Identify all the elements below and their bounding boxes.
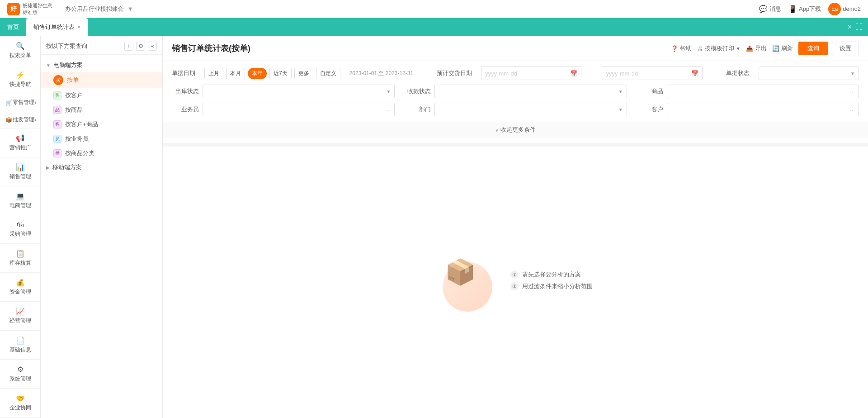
app-download-btn[interactable]: 📱 App下载 xyxy=(788,5,821,13)
query-button[interactable]: 查询 xyxy=(798,42,828,55)
sidebar-finance: 💰 资金管理 xyxy=(0,273,40,302)
search-icon: 🔍 xyxy=(16,42,25,50)
product-label: 商品 xyxy=(636,87,663,95)
scheme-icon-order: 按 xyxy=(53,75,63,85)
top-bar-left: 好 畅捷通好生意 标准版 办公用品行业模拟账套 ▼ xyxy=(7,2,133,15)
date-btn-more[interactable]: 更多 xyxy=(294,68,313,79)
sidebar-item-purchase[interactable]: 🛍 采购管理 xyxy=(0,215,40,243)
scheme-collapse-btn[interactable]: « xyxy=(148,42,157,51)
sidebar-item-marketing[interactable]: 📢 营销推广 xyxy=(0,128,40,157)
out-status-label: 出库状态 xyxy=(172,87,199,95)
date-range-text: 2023-01-01 至 2023-12-31 xyxy=(349,70,413,77)
sidebar-item-finance[interactable]: 💰 资金管理 xyxy=(0,273,40,301)
empty-tip-1: ① 请先选择要分析的方案 xyxy=(510,271,593,279)
department-dropdown[interactable]: ▼ xyxy=(434,103,627,116)
sidebar-item-retail[interactable]: 🛒 零售管理 ▾ xyxy=(0,94,40,111)
date-btn-lastmonth[interactable]: 上月 xyxy=(204,68,223,79)
scheme-item-by-product[interactable]: 品 按商品 xyxy=(41,103,162,117)
sidebar-marketing: 📢 营销推广 xyxy=(0,128,40,157)
sidebar-system: ⚙ 系统管理 xyxy=(0,360,40,389)
sidebar-item-sales[interactable]: 📊 销售管理 xyxy=(0,157,40,186)
sidebar-item-enterprise[interactable]: 🤝 企业协同 xyxy=(0,389,40,417)
print-btn[interactable]: 🖨 按模板打印 ▼ xyxy=(697,44,741,52)
sidebar-item-wholesale[interactable]: 📦 批发管理 ▴ xyxy=(0,111,40,128)
date-btn-custom[interactable]: 自定义 xyxy=(316,68,340,79)
tab-maximize-btn[interactable]: ⛶ xyxy=(855,23,863,31)
tab-minimize-btn[interactable]: × xyxy=(848,23,852,31)
sidebar-item-system[interactable]: ⚙ 系统管理 xyxy=(0,360,40,388)
retail-expand-icon: ▾ xyxy=(34,100,37,105)
scheme-icon-customer: 客 xyxy=(53,91,61,100)
tab-close-icon[interactable]: × xyxy=(77,24,80,30)
date-to-input[interactable]: yyyy-mm-dd 📅 xyxy=(602,66,702,80)
scheme-icon-salesperson: 员 xyxy=(53,135,61,143)
wholesale-expand-icon: ▴ xyxy=(34,117,37,122)
scheme-item-by-cust-prod[interactable]: 客 按客户+商品 xyxy=(41,117,162,132)
tip-num-1: ① xyxy=(510,271,519,279)
pc-scheme-group-title[interactable]: ▼ 电脑端方案 xyxy=(41,58,162,72)
print-dropdown-icon: ▼ xyxy=(736,46,741,51)
export-btn[interactable]: 📤 导出 xyxy=(746,44,767,52)
app-title: 办公用品行业模拟账套 ▼ xyxy=(65,5,133,13)
date-btn-7days[interactable]: 近7天 xyxy=(269,68,292,79)
pc-scheme-group: ▼ 电脑端方案 按 按单 客 按客户 xyxy=(41,58,162,161)
scheme-item-by-customer[interactable]: 客 按客户 xyxy=(41,88,162,103)
sidebar-item-quicknav[interactable]: ⚡ 快捷导航 xyxy=(0,65,40,94)
status-select[interactable]: ▼ xyxy=(759,66,859,80)
refresh-btn[interactable]: 🔄 刷新 xyxy=(772,44,793,52)
help-btn[interactable]: ❓ 帮助 xyxy=(671,44,692,52)
scheme-icon-custprod: 客 xyxy=(53,120,61,128)
filter-row-2: 出库状态 ▼ 收款状态 ▼ 商品 xyxy=(172,85,859,98)
message-btn[interactable]: 💬 消息 xyxy=(759,5,781,13)
add-scheme-btn[interactable]: + xyxy=(124,42,133,51)
customer-input[interactable]: ··· xyxy=(667,103,859,116)
enterprise-icon: 🤝 xyxy=(16,394,25,403)
filter-row-3: 业务员 ··· 部门 ▼ 客户 xyxy=(172,103,859,116)
salesperson-input[interactable]: ··· xyxy=(203,103,395,116)
salesperson-more-icon[interactable]: ··· xyxy=(386,106,391,113)
scheme-item-by-prodcat[interactable]: 类 按商品分类 xyxy=(41,146,162,161)
tab-sales-order-stat[interactable]: 销售订单统计表 × xyxy=(26,18,88,36)
department-arrow-icon: ▼ xyxy=(618,107,623,112)
sidebar-item-inventory[interactable]: 📋 库存核算 xyxy=(0,244,40,272)
sidebar: 🔍 搜索菜单 ⚡ 快捷导航 🛒 零售管理 ▾ 📦 批发管理 ▴ xyxy=(0,36,41,418)
mobile-scheme-arrow: ▶ xyxy=(46,165,50,170)
empty-illustration-icon: 📦 xyxy=(445,257,476,287)
date-btn-thisyear[interactable]: 本年 xyxy=(248,68,267,79)
tab-home[interactable]: 首页 xyxy=(0,18,26,36)
empty-tip-2: ② 用过滤条件来缩小分析范围 xyxy=(510,282,593,290)
mobile-scheme-group[interactable]: ▶ 移动端方案 xyxy=(41,161,162,174)
collapse-text: 收起更多条件 xyxy=(500,126,536,134)
sidebar-item-operations[interactable]: 📈 经营管理 xyxy=(0,302,40,330)
scheme-icon-product: 品 xyxy=(53,106,61,114)
scheme-settings-btn[interactable]: ⚙ xyxy=(136,42,145,51)
scheme-item-by-order[interactable]: 按 按单 xyxy=(41,72,162,88)
receipt-status-arrow-icon: ▼ xyxy=(618,89,623,94)
main-layout: 🔍 搜索菜单 ⚡ 快捷导航 🛒 零售管理 ▾ 📦 批发管理 ▴ xyxy=(0,36,868,418)
customer-more-icon[interactable]: ··· xyxy=(850,106,855,113)
page-header: 销售订单统计表(按单) ❓ 帮助 🖨 按模板打印 ▼ 📤 导出 xyxy=(163,36,868,61)
export-icon: 📤 xyxy=(746,45,753,52)
purchase-icon: 🛍 xyxy=(17,221,24,229)
date-btn-thismonth[interactable]: 本月 xyxy=(226,68,245,79)
empty-state-tips: ① 请先选择要分析的方案 ② 用过滤条件来缩小分析范围 xyxy=(510,271,593,294)
date-from-calendar-icon: 📅 xyxy=(570,70,577,77)
status-dropdown-icon: ▼ xyxy=(850,71,855,76)
sidebar-item-ecommerce[interactable]: 💻 电商管理 xyxy=(0,186,40,215)
collapse-bar[interactable]: ∧ 收起更多条件 xyxy=(163,122,868,138)
receipt-status-dropdown[interactable]: ▼ xyxy=(434,85,627,98)
out-status-dropdown[interactable]: ▼ xyxy=(203,85,395,98)
filter-cell-product: 商品 ··· xyxy=(636,85,859,98)
user-avatar[interactable]: Ea demo2 xyxy=(828,3,861,15)
refresh-icon: 🔄 xyxy=(772,45,779,52)
sidebar-item-basic[interactable]: 📄 基础信息 xyxy=(0,331,40,359)
product-more-icon[interactable]: ··· xyxy=(850,88,855,95)
product-input[interactable]: ··· xyxy=(667,85,859,98)
scheme-icon-prodcat: 类 xyxy=(53,149,61,157)
setting-button[interactable]: 设置 xyxy=(832,42,859,55)
date-from-input[interactable]: yyyy-mm-dd 📅 xyxy=(481,66,581,80)
wholesale-icon: 📦 xyxy=(5,117,12,123)
scheme-item-by-salesperson[interactable]: 员 按业务员 xyxy=(41,132,162,146)
sidebar-item-search[interactable]: 🔍 搜索菜单 xyxy=(0,36,40,65)
pc-scheme-arrow: ▼ xyxy=(46,63,51,68)
